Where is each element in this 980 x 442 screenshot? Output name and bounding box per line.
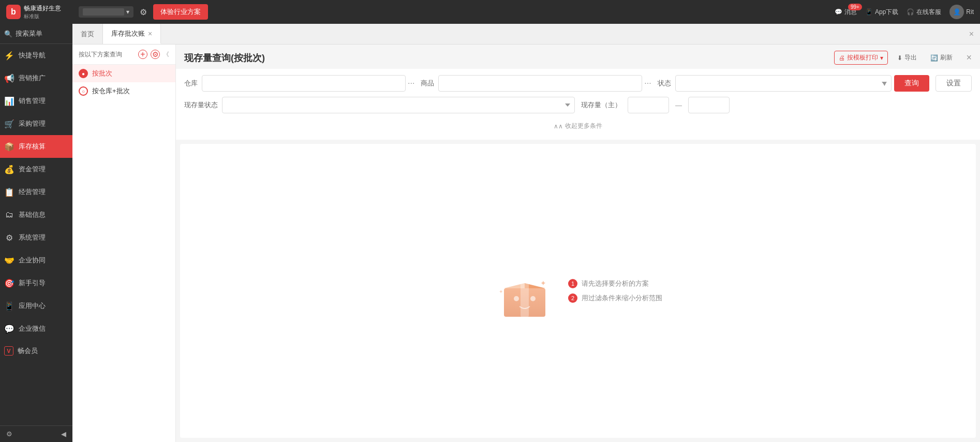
export-icon: ⬇ <box>897 54 902 62</box>
sidebar-item-purchase[interactable]: 🛒 采购管理 <box>0 112 72 135</box>
sidebar-item-marketing[interactable]: 📢 营销推广 <box>0 67 72 90</box>
status-filter-label: 状态 <box>658 79 671 88</box>
settings-icon[interactable]: ⚙ <box>138 5 149 19</box>
add-scheme-icon[interactable]: + <box>138 50 147 59</box>
printer-icon: 🖨 <box>839 54 845 62</box>
sidebar-settings-icon[interactable]: ⚙ <box>6 430 12 438</box>
stock-qty-from-input[interactable] <box>628 97 669 113</box>
svg-text:✦: ✦ <box>540 279 546 287</box>
sidebar-item-label: 企业微信 <box>19 324 46 333</box>
shortcuts-icon: ⚡ <box>4 50 14 61</box>
print-button[interactable]: 🖨 按模板打印 ▾ <box>834 51 888 65</box>
refresh-button[interactable]: 🔄 刷新 <box>926 51 957 64</box>
sidebar-item-label: 库存核算 <box>19 142 46 151</box>
wechat-icon: 💬 <box>4 323 14 334</box>
tab-home[interactable]: 首页 <box>72 24 103 44</box>
online-service-item[interactable]: 🎧 在线客服 <box>907 8 941 17</box>
collapse-button[interactable]: ∧∧ 收起更多条件 <box>184 119 972 134</box>
stock-status-label: 现存量状态 <box>184 100 218 110</box>
tab-close-icon[interactable]: × <box>148 30 152 37</box>
trial-button[interactable]: 体验行业方案 <box>153 4 208 20</box>
stock-qty-to-input[interactable] <box>688 97 730 113</box>
sidebar-collapse-icon[interactable]: ◀ <box>61 430 66 438</box>
sidebar-item-newguide[interactable]: 🎯 新手引导 <box>0 272 72 294</box>
messages-item[interactable]: 💬 消息 99+ <box>835 8 857 17</box>
enterprise-icon: 🤝 <box>4 255 14 266</box>
set-button[interactable]: 设置 <box>936 75 972 92</box>
tip-num-2: 2 <box>568 293 577 303</box>
stock-qty-label: 现存量（主） <box>581 100 621 110</box>
warehouse-filter-input[interactable] <box>202 75 406 92</box>
sidebar-item-member[interactable]: V 畅会员 <box>0 340 72 362</box>
sidebar-item-inventory[interactable]: 📦 库存核算 <box>0 135 72 158</box>
sidebar-item-label: 企业协同 <box>19 256 46 265</box>
filter-area: 仓库 ··· 商品 ··· 状态 <box>176 69 980 140</box>
tab-close-all-icon[interactable]: × <box>969 30 974 39</box>
svg-rect-4 <box>521 283 529 317</box>
left-panel-item-batch[interactable]: ● 按批次 <box>72 65 175 82</box>
filter-row-1: 仓库 ··· 商品 ··· 状态 <box>184 75 972 92</box>
left-panel-item-warehouse-batch[interactable]: ○ 按仓库+批次 <box>72 82 175 100</box>
export-button[interactable]: ⬇ 导出 <box>893 51 921 64</box>
sidebar-item-sales[interactable]: 📊 销售管理 <box>0 90 72 112</box>
sidebar-item-label: 采购管理 <box>19 119 46 128</box>
warehouse-dots-icon[interactable]: ··· <box>408 79 414 88</box>
filter-product: 商品 ··· <box>421 75 651 92</box>
product-dots-icon[interactable]: ··· <box>644 79 651 88</box>
sidebar-item-wechat[interactable]: 💬 企业微信 <box>0 317 72 340</box>
svg-text:✦: ✦ <box>499 289 503 294</box>
sidebar-item-basic[interactable]: 🗂 基础信息 <box>0 203 72 226</box>
sidebar-item-label: 销售管理 <box>19 96 46 106</box>
tip-text-1: 请先选择要分析的方案 <box>582 279 649 288</box>
collapse-icon: ∧∧ <box>554 123 563 130</box>
operation-icon: 📋 <box>4 187 14 197</box>
main-layout: 🔍 搜索菜单 ⚡ 快捷导航 📢 营销推广 📊 销售管理 🛒 采购管理 📦 库存核… <box>0 24 980 442</box>
sidebar-item-shortcuts[interactable]: ⚡ 快捷导航 <box>0 44 72 67</box>
tab-bar: 首页 库存批次账 × × <box>72 24 980 45</box>
print-dropdown-icon[interactable]: ▾ <box>880 54 883 62</box>
sidebar-item-finance[interactable]: 💰 资金管理 <box>0 158 72 181</box>
sidebar-item-operation[interactable]: 📋 经营管理 <box>0 181 72 203</box>
sidebar-item-label: 畅会员 <box>18 346 38 356</box>
product-filter-input[interactable] <box>438 75 642 92</box>
sidebar-item-label: 新手引导 <box>19 278 46 288</box>
status-filter-select[interactable] <box>675 75 892 92</box>
app-download-label: App下载 <box>875 8 898 17</box>
sidebar-search-label: 搜索菜单 <box>16 29 42 38</box>
sidebar-item-appcenter[interactable]: 📱 应用中心 <box>0 294 72 317</box>
empty-tip-1: 1 请先选择要分析的方案 <box>568 279 662 288</box>
product-filter-label: 商品 <box>421 79 434 88</box>
sidebar-item-label: 基础信息 <box>19 210 46 219</box>
search-icon: 🔍 <box>4 30 12 38</box>
appcenter-icon: 📱 <box>4 301 14 311</box>
sidebar-search[interactable]: 🔍 搜索菜单 <box>0 24 72 44</box>
app-download-item[interactable]: 📱 App下载 <box>865 8 898 17</box>
tab-inventory-batch[interactable]: 库存批次账 × <box>103 24 161 44</box>
refresh-label: 刷新 <box>940 53 953 62</box>
settings-scheme-icon[interactable]: ⚙ <box>151 50 160 59</box>
tab-home-label: 首页 <box>81 30 94 39</box>
left-panel-title: 按以下方案查询 <box>79 50 122 59</box>
sidebar-item-system[interactable]: ⚙ 系统管理 <box>0 226 72 249</box>
sidebar-item-label: 经营管理 <box>19 187 46 197</box>
content-area: 首页 库存批次账 × × 按以下方案查询 + ⚙ 《 <box>72 24 980 442</box>
tip-text-2: 用过滤条件来缩小分析范围 <box>582 293 662 303</box>
warehouse-filter-label: 仓库 <box>184 79 198 88</box>
query-button[interactable]: 查询 <box>894 75 929 92</box>
sidebar-item-enterprise[interactable]: 🤝 企业协同 <box>0 249 72 272</box>
stock-status-select[interactable] <box>222 97 575 113</box>
svg-point-6 <box>530 296 536 301</box>
newguide-icon: 🎯 <box>4 278 14 288</box>
refresh-icon: 🔄 <box>930 54 938 62</box>
filter-row-2: 现存量状态 现存量（主） — <box>184 97 972 113</box>
user-avatar-item[interactable]: 👤 Rit <box>949 5 974 19</box>
header-dropdown[interactable]: ▾ <box>79 6 133 18</box>
sidebar: 🔍 搜索菜单 ⚡ 快捷导航 📢 营销推广 📊 销售管理 🛒 采购管理 📦 库存核… <box>0 24 72 442</box>
member-icon: V <box>4 346 13 356</box>
messages-badge: 99+ <box>848 4 862 10</box>
page-close-icon[interactable]: × <box>966 52 972 63</box>
sidebar-item-label: 营销推广 <box>19 73 46 83</box>
empty-illustration: ✦ ✦ <box>494 260 556 322</box>
collapse-panel-icon[interactable]: 《 <box>163 50 169 59</box>
svg-point-5 <box>514 296 519 301</box>
